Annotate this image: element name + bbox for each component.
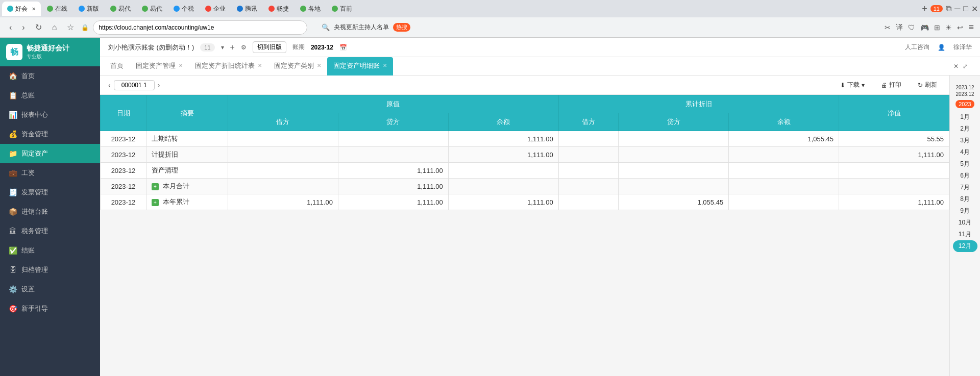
new-tab-btn[interactable]: + [922, 4, 927, 14]
tab-gedi[interactable]: 各地 [295, 2, 326, 16]
settings-gear-icon[interactable]: ⚙ [241, 44, 247, 51]
sidebar-label-invoice: 发票管理 [21, 188, 48, 197]
page-tab-fixed-assets-mgmt[interactable]: 固定资产管理 ✕ [130, 57, 189, 76]
dropdown-icon[interactable]: ▾ [221, 44, 224, 51]
month-item[interactable]: 3月 [953, 135, 977, 146]
tab-geshui[interactable]: 个税 [168, 2, 199, 16]
month-item[interactable]: 7月 [953, 182, 977, 193]
back-btn[interactable]: ‹ [6, 22, 15, 33]
cell-summary: + 本年累计 [146, 194, 228, 210]
download-btn[interactable]: ⬇ 下载 ▾ [836, 79, 869, 91]
print-btn[interactable]: 🖨 打印 [877, 79, 905, 91]
close-all-btn[interactable]: ✕ ⤢ [953, 63, 968, 70]
address-input[interactable] [93, 20, 307, 35]
cell-date: 2023-12 [101, 163, 146, 179]
tab-new[interactable]: 新版 [74, 2, 104, 16]
table-row: 2023-12 + 本月合计 1,111.00 [101, 179, 949, 194]
sidebar-item-home[interactable]: 🏠 首页 [0, 66, 100, 86]
download-icon: ⬇ [840, 82, 845, 89]
cell-dep-balance [729, 147, 839, 163]
sidebar-item-general-ledger[interactable]: 📋 总账 [0, 86, 100, 105]
cell-net-value: 1,111.00 [839, 147, 949, 163]
row-icon: + [152, 199, 159, 206]
refresh-icon: ↻ [918, 82, 923, 89]
month-item[interactable]: 5月 [953, 158, 977, 170]
page-num-input[interactable] [114, 80, 155, 90]
sidebar-item-funds[interactable]: 💰 资金管理 [0, 124, 100, 144]
restore-btn[interactable]: ⧉ [946, 4, 951, 13]
page-tab-home[interactable]: 首页 [104, 57, 130, 76]
grid-icon[interactable]: ⊞ [934, 23, 940, 32]
bookmark-btn[interactable]: ☆ [64, 21, 77, 33]
sidebar-item-settings[interactable]: ⚙️ 设置 [0, 280, 100, 299]
close-tab-fixed-assets-mgmt[interactable]: ✕ [179, 63, 183, 68]
prev-page-btn[interactable]: ‹ [108, 81, 111, 89]
year-badge[interactable]: 2023 [955, 100, 974, 108]
closing-icon: ✅ [8, 246, 17, 255]
sidebar-item-invoice[interactable]: 🧾 发票管理 [0, 183, 100, 202]
address-bar: ‹ › ↻ ⌂ ☆ 🔒 🔍 央视更新主持人名单 热搜 ✂ 译 🛡 🎮 ⊞ ☀ ↩… [0, 17, 980, 38]
cell-dep-balance [729, 194, 839, 210]
tab-tengxun[interactable]: 腾讯 [232, 2, 262, 16]
header-actions: 人工咨询 👤 徐泽华 [905, 43, 972, 52]
app-header: 刘小艳演示账套 (勿删勿动！) 11 ▾ + ⚙ 切到旧版 账期 2023-12… [100, 38, 980, 57]
month-item[interactable]: 11月 [953, 229, 977, 240]
user-label[interactable]: 徐泽华 [953, 43, 972, 52]
tab-close-haokuaiji[interactable]: ✕ [32, 6, 36, 12]
month-item[interactable]: 12月 [953, 240, 977, 252]
sidebar-item-tax[interactable]: 🏛 税务管理 [0, 221, 100, 241]
close-tab-asset-category[interactable]: ✕ [317, 63, 321, 68]
sidebar-item-closing[interactable]: ✅ 结账 [0, 241, 100, 260]
home-icon: 🏠 [8, 71, 17, 81]
add-account-btn[interactable]: + [230, 43, 235, 52]
page-tab-asset-detail[interactable]: 固定资产明细账 ✕ [327, 57, 393, 76]
month-item[interactable]: 2月 [953, 123, 977, 135]
next-page-btn[interactable]: › [158, 81, 160, 89]
maximize-page-icon[interactable]: ⤢ [963, 63, 968, 70]
sidebar-item-tutorial[interactable]: 🎯 新手引导 [0, 299, 100, 318]
hot-search-btn[interactable]: 热搜 [393, 23, 410, 32]
tab-haokuaiji[interactable]: 好会 ✕ [2, 2, 41, 16]
tab-changjie[interactable]: 畅捷 [263, 2, 294, 16]
close-tab-depreciation-stats[interactable]: ✕ [258, 63, 262, 68]
close-browser-btn[interactable]: ✕ [971, 4, 978, 14]
archive-icon: 🗄 [8, 265, 17, 274]
undo-icon[interactable]: ↩ [957, 23, 963, 32]
translate-icon[interactable]: 译 [896, 23, 903, 32]
sidebar-item-fixed-assets[interactable]: 📁 固定资产 [0, 144, 100, 163]
tab-yidai2[interactable]: 易代 [137, 2, 167, 16]
th-orig-credit: 贷方 [338, 113, 448, 131]
reload-btn[interactable]: ↻ [32, 21, 45, 33]
page-tab-asset-category[interactable]: 固定资产类别 ✕ [268, 57, 327, 76]
cell-dep-debit [558, 194, 619, 210]
tab-yidai1[interactable]: 易代 [105, 2, 136, 16]
sidebar-item-archive[interactable]: 🗄 归档管理 [0, 260, 100, 280]
menu-icon[interactable]: ≡ [968, 22, 974, 33]
tab-online[interactable]: 在线 [42, 2, 72, 16]
month-item[interactable]: 9月 [953, 205, 977, 217]
help-label[interactable]: 人工咨询 [905, 43, 929, 52]
sidebar-item-reports[interactable]: 📊 报表中心 [0, 105, 100, 124]
tab-qiye[interactable]: 企业 [200, 2, 231, 16]
close-tab-asset-detail[interactable]: ✕ [383, 63, 387, 68]
month-item[interactable]: 6月 [953, 170, 977, 182]
th-orig-debit: 借方 [228, 113, 338, 131]
home-btn[interactable]: ⌂ [49, 22, 60, 33]
month-item[interactable]: 10月 [953, 217, 977, 229]
tab-bai[interactable]: 百前 [327, 2, 357, 16]
sidebar-label-tax: 税务管理 [21, 227, 48, 236]
month-item[interactable]: 4月 [953, 146, 977, 158]
cell-summary: + 本月合计 [146, 179, 228, 194]
user-icon: 👤 [938, 44, 945, 51]
page-tab-depreciation-stats[interactable]: 固定资产折旧统计表 ✕ [189, 57, 268, 76]
forward-btn[interactable]: › [19, 22, 28, 33]
sidebar-item-purchase-sales[interactable]: 📦 进销台账 [0, 202, 100, 221]
maximize-btn[interactable]: □ [963, 4, 968, 13]
minimize-btn[interactable]: ─ [954, 4, 960, 13]
sidebar-item-payroll[interactable]: 💼 工资 [0, 163, 100, 183]
month-item[interactable]: 1月 [953, 111, 977, 123]
refresh-btn[interactable]: ↻ 刷新 [914, 79, 941, 91]
calendar-icon[interactable]: 📅 [339, 44, 347, 51]
switch-version-btn[interactable]: 切到旧版 [253, 41, 286, 53]
month-item[interactable]: 8月 [953, 193, 977, 205]
